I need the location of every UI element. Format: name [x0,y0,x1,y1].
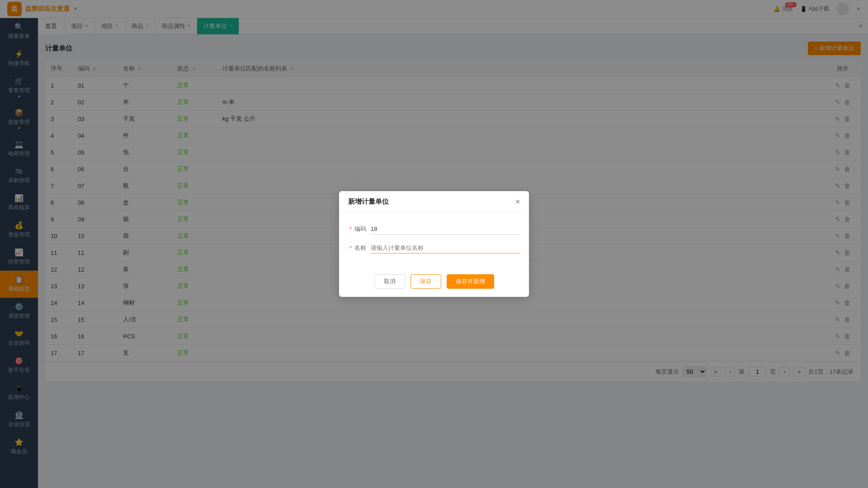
code-form-row: * 编码 [348,224,520,235]
modal-close-icon[interactable]: × [516,198,520,206]
modal-header: 新增计量单位 × [339,191,529,213]
modal-overlay: 新增计量单位 × * 编码 * 名称 取消 保存 保存并新增 [0,0,868,488]
save-and-new-button[interactable]: 保存并新增 [447,274,494,289]
save-button[interactable]: 保存 [410,274,441,289]
modal-footer: 取消 保存 保存并新增 [339,269,529,297]
code-input[interactable] [371,224,520,235]
modal-body: * 编码 * 名称 [339,213,529,269]
code-label: * 编码 [348,225,366,233]
name-label: * 名称 [348,244,366,252]
code-required-star: * [349,225,352,232]
add-measure-unit-modal: 新增计量单位 × * 编码 * 名称 取消 保存 保存并新增 [339,191,529,297]
name-form-row: * 名称 [348,243,520,253]
name-required-star: * [349,244,352,251]
name-input[interactable] [371,243,520,253]
modal-title: 新增计量单位 [348,197,389,206]
cancel-button[interactable]: 取消 [374,274,405,289]
